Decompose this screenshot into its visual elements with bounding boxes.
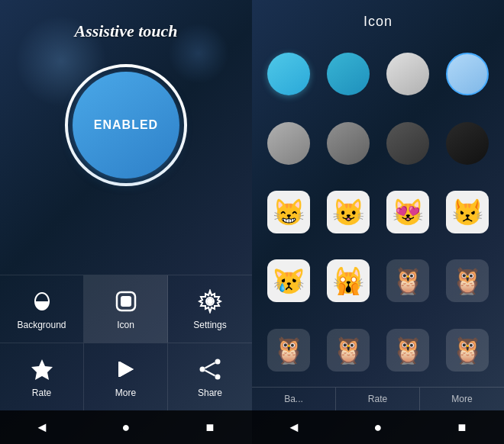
icon-cell-7[interactable] (380, 111, 435, 175)
right-menu-more-label: More (451, 394, 472, 404)
right-menu-rate-label: Rate (368, 394, 387, 404)
icon-cell-cat-3[interactable]: 😻 (380, 180, 435, 244)
right-menu-more[interactable]: More (420, 388, 504, 410)
icon-cell-owl-3[interactable]: 🦉 (261, 318, 316, 382)
icon-owl-1[interactable]: 🦉 (386, 259, 429, 302)
menu-item-icon[interactable]: Icon (84, 275, 168, 343)
svg-line-12 (205, 371, 215, 376)
icon-cell-cat-6[interactable]: 🙀 (321, 249, 376, 313)
rate-icon (28, 356, 56, 383)
icon-option-very-dark[interactable] (446, 122, 489, 165)
icon-owl-3[interactable]: 🦉 (267, 329, 310, 372)
enabled-button-wrapper[interactable]: ENABLED (65, 64, 187, 186)
bottom-nav-left: ◄ ● ■ (0, 410, 252, 444)
icon-option-gray-2[interactable] (327, 122, 370, 165)
right-content: Icon (252, 0, 504, 444)
bottom-nav-right: ◄ ● ■ (252, 410, 504, 444)
right-bottom-menu-bar: Ba... Rate More (252, 387, 504, 410)
left-panel: Assistive touch ENABLED Background (0, 0, 252, 444)
more-label: More (115, 388, 136, 398)
icon-cat-1[interactable]: 😸 (267, 191, 310, 233)
background-label: Background (17, 320, 66, 330)
icon-cat-5[interactable]: 😿 (267, 259, 310, 302)
right-menu-rate[interactable]: Rate (336, 388, 420, 410)
icon-cell-owl-1[interactable]: 🦉 (380, 249, 435, 313)
background-icon (28, 288, 56, 315)
menu-item-rate[interactable]: Rate (0, 343, 84, 410)
home-button[interactable]: ● (111, 412, 141, 442)
icon-cat-6[interactable]: 🙀 (327, 259, 370, 302)
menu-item-background[interactable]: Background (0, 275, 84, 343)
icon-cell-5[interactable] (261, 111, 316, 175)
icon-cell-8[interactable] (440, 111, 495, 175)
icon-option-cyan-2[interactable] (327, 53, 370, 95)
menu-item-more[interactable]: More (84, 343, 168, 410)
icon-panel-title: Icon (252, 0, 504, 37)
icon-cell-6[interactable] (321, 111, 376, 175)
icon-option-dark[interactable] (386, 122, 429, 165)
back-button[interactable]: ◄ (27, 412, 57, 442)
svg-point-2 (207, 298, 213, 304)
icon-owl-2[interactable]: 🦉 (446, 259, 489, 302)
icon-menu-icon (112, 288, 140, 315)
svg-line-11 (205, 363, 215, 368)
svg-point-8 (215, 359, 221, 365)
icon-label: Icon (117, 320, 134, 330)
recent-button[interactable]: ■ (195, 412, 225, 442)
icon-owl-6[interactable]: 🦉 (446, 329, 489, 372)
icon-cell-cat-4[interactable]: 😾 (440, 180, 495, 244)
enabled-button[interactable]: ENABLED (73, 72, 179, 179)
icon-owl-4[interactable]: 🦉 (327, 329, 370, 372)
icon-cat-3[interactable]: 😻 (386, 191, 429, 233)
icon-cat-4[interactable]: 😾 (446, 191, 489, 233)
svg-marker-4 (31, 359, 53, 380)
icon-cell-owl-5[interactable]: 🦉 (380, 318, 435, 382)
icon-option-cyan-1[interactable] (267, 53, 310, 95)
icon-cell-3[interactable] (380, 42, 435, 106)
icon-owl-5[interactable]: 🦉 (386, 329, 429, 372)
icon-cell-1[interactable] (261, 42, 316, 106)
menu-item-settings[interactable]: Settings (168, 275, 252, 343)
right-home-button[interactable]: ● (363, 412, 393, 442)
icon-grid: 😸 😺 😻 😾 😿 (252, 37, 504, 387)
right-menu-back[interactable]: Ba... (252, 388, 336, 410)
share-icon (196, 356, 224, 383)
icon-cell-4[interactable] (440, 42, 495, 106)
icon-cell-2[interactable] (321, 42, 376, 106)
icon-cell-cat-1[interactable]: 😸 (261, 180, 316, 244)
svg-point-9 (200, 367, 205, 372)
svg-rect-7 (118, 362, 121, 377)
left-content: Assistive touch ENABLED Background (0, 0, 252, 444)
share-label: Share (198, 388, 222, 398)
svg-rect-1 (121, 296, 131, 307)
icon-cell-owl-4[interactable]: 🦉 (321, 318, 376, 382)
icon-option-white[interactable] (386, 53, 429, 95)
right-recent-button[interactable]: ■ (447, 412, 477, 442)
icon-cell-cat-5[interactable]: 😿 (261, 249, 316, 313)
icon-option-gray-1[interactable] (267, 122, 310, 165)
app-title: Assistive touch (74, 21, 177, 41)
svg-point-10 (215, 375, 221, 380)
main-menu-grid: Background Icon (0, 275, 252, 410)
settings-label: Settings (193, 320, 226, 330)
icon-cat-2[interactable]: 😺 (327, 191, 370, 233)
right-back-button[interactable]: ◄ (279, 412, 309, 442)
icon-option-white-selected[interactable] (446, 53, 489, 95)
icon-cell-owl-6[interactable]: 🦉 (440, 318, 495, 382)
right-menu-back-label: Ba... (284, 394, 303, 404)
icon-cell-cat-2[interactable]: 😺 (321, 180, 376, 244)
rate-label: Rate (32, 388, 51, 398)
menu-item-share[interactable]: Share (168, 343, 252, 410)
more-icon (112, 356, 140, 383)
settings-icon (196, 288, 224, 315)
right-panel: Icon (252, 0, 504, 444)
enabled-label: ENABLED (94, 118, 158, 132)
icon-cell-owl-2[interactable]: 🦉 (440, 249, 495, 313)
